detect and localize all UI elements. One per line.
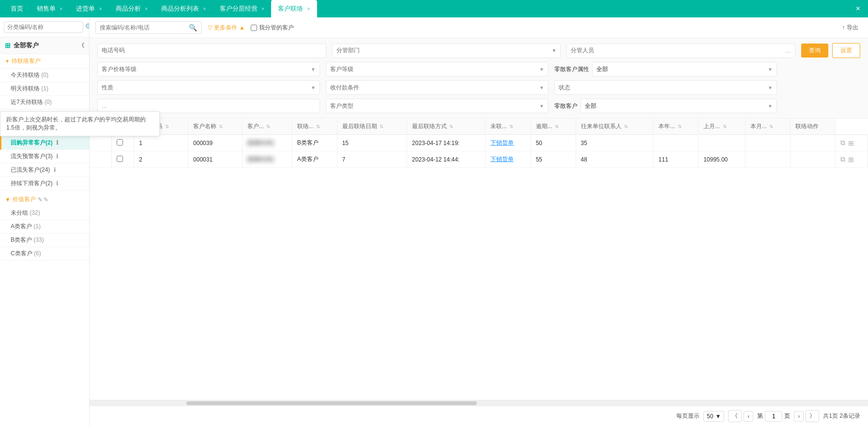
row-method-link[interactable]: 下销货单 xyxy=(490,139,514,146)
col-last-method[interactable]: 最后联络方式 ⇅ xyxy=(407,118,486,135)
col-this-month[interactable]: 本月... ⇅ xyxy=(745,118,790,135)
row-checkbox[interactable] xyxy=(117,139,123,146)
filter-manager[interactable]: 分管人员 … xyxy=(566,44,795,58)
col-type[interactable]: 客户... ⇅ xyxy=(242,118,292,135)
sidebar-item-ungroup[interactable]: 未分组 (32) xyxy=(0,206,89,220)
nav-product-analysis[interactable]: 商品分析 × xyxy=(109,0,154,17)
row-overdue: 35 xyxy=(576,135,654,151)
next-page-button[interactable]: › xyxy=(794,411,804,422)
nav-home[interactable]: 首页 xyxy=(4,0,30,17)
per-page-select[interactable]: 50 ▼ xyxy=(703,411,724,422)
price-level-dropdown-icon: ▼ xyxy=(311,67,316,72)
settings-button[interactable]: 设置 xyxy=(832,43,860,58)
col-year[interactable]: 本年... ⇅ xyxy=(654,118,699,135)
filter-customer-type[interactable]: 客户类型 ▼ xyxy=(326,99,548,113)
all-customers-title[interactable]: ⊞ 全部客户 《 xyxy=(0,37,89,54)
sidebar-item-declining[interactable]: 持续下滑客户(2) ℹ xyxy=(0,177,89,191)
col-contact-person[interactable]: 往来单位联系人 ⇅ xyxy=(576,118,654,135)
col-name[interactable]: 客户名称 ⇅ xyxy=(188,118,243,135)
row-actions-cell: ⧉ ⊞ xyxy=(836,135,868,151)
sidebar-search-input[interactable] xyxy=(4,21,83,33)
sidebar-item-today[interactable]: 今天待联络 (0) xyxy=(0,69,89,82)
row-method-link[interactable]: 下销货单 xyxy=(490,156,514,162)
my-customer-filter[interactable]: 我分管的客户 xyxy=(251,24,294,32)
sidebar-item-7days[interactable]: 近7天待联络 (0) xyxy=(0,96,89,109)
filter-search-input[interactable] xyxy=(100,24,187,31)
sidebar-item-lost-pre[interactable]: 流失预警客户(3) ℹ xyxy=(0,150,89,163)
col-this-month-sort-icon[interactable]: ⇅ xyxy=(769,124,773,129)
col-year-sort-icon[interactable]: ⇅ xyxy=(678,124,682,129)
horizontal-scrollbar[interactable] xyxy=(90,400,868,406)
my-customer-checkbox[interactable] xyxy=(251,25,257,31)
query-button[interactable]: 查询 xyxy=(801,44,828,58)
lost-info-icon: ℹ xyxy=(54,166,56,173)
sidebar-item-a-class[interactable]: A类客户 (1) xyxy=(0,220,89,234)
col-last-method-sort-icon[interactable]: ⇅ xyxy=(449,124,453,129)
filter-payment[interactable]: 收付款条件 ▼ xyxy=(326,80,548,95)
filter-retail-attr: 零散客户属性 全部 ▼ xyxy=(554,62,777,76)
col-contact-person-sort-icon[interactable]: ⇅ xyxy=(624,124,628,129)
row-action-grid-icon[interactable]: ⊞ xyxy=(848,139,854,147)
sidebar-search-button[interactable]: 🔍 xyxy=(85,23,90,31)
col-not-contact[interactable]: 未联... ⇅ xyxy=(485,118,531,135)
nav-product-analysis-list-close[interactable]: × xyxy=(203,0,206,17)
col-overdue-sort-icon[interactable]: ⇅ xyxy=(555,124,559,129)
filter-retail-customer-select[interactable]: 全部 ▼ xyxy=(580,99,777,113)
col-contact-sort-icon[interactable]: ⇅ xyxy=(316,124,320,129)
nav-purchase-close[interactable]: × xyxy=(99,0,102,17)
filter-row-4: … 客户类型 ▼ 零散客户 全部 ▼ xyxy=(97,99,860,113)
sidebar-item-tomorrow[interactable]: 明天待联络 (1) xyxy=(0,82,89,96)
page-number-input[interactable] xyxy=(765,411,782,422)
nav-sales-close[interactable]: × xyxy=(60,0,62,17)
filter-price-level[interactable]: 客户价格等级 ▼ xyxy=(97,62,320,76)
scrollbar-thumb[interactable] xyxy=(186,401,477,405)
filter-status[interactable]: 状态 ▼ xyxy=(554,80,777,95)
nav-purchase[interactable]: 进货单 × xyxy=(69,0,108,17)
pending-group-title[interactable]: ▼ 待联络客户 xyxy=(0,54,89,69)
nav-customer-segment-close[interactable]: × xyxy=(261,0,264,17)
col-not-contact-sort-icon[interactable]: ⇅ xyxy=(509,124,513,129)
sidebar-item-c-class[interactable]: C类客户 (6) xyxy=(0,247,89,261)
col-last-month[interactable]: 上月... ⇅ xyxy=(699,118,746,135)
last-page-button[interactable]: 》 xyxy=(806,410,819,422)
row-action-link-icon[interactable]: ⧉ xyxy=(840,155,845,163)
sidebar-collapse-button[interactable]: 《 xyxy=(78,42,84,50)
filter-payment-label: 收付款条件 xyxy=(330,84,359,92)
col-contact[interactable]: 联络... ⇅ xyxy=(292,118,337,135)
price-group-title[interactable]: ▼ 价值客户 ✎ ✎ xyxy=(0,192,89,206)
prev-page-button[interactable]: ‹ xyxy=(744,411,753,422)
first-page-button[interactable]: 《 xyxy=(728,410,742,422)
row-action-grid-icon[interactable]: ⊞ xyxy=(848,156,854,163)
filter-customer-level[interactable]: 客户等级 ▼ xyxy=(326,62,548,76)
window-close-button[interactable]: × xyxy=(852,4,864,13)
filter-more-button[interactable]: ▽ 更多条件 ▲ xyxy=(208,24,245,32)
filter-search-icon[interactable]: 🔍 xyxy=(189,24,197,31)
col-last-month-sort-icon[interactable]: ⇅ xyxy=(723,124,727,129)
nav-customer-contact[interactable]: 客户联络 × xyxy=(271,0,317,17)
col-last-date[interactable]: 最后联络日期 ⇅ xyxy=(337,118,407,135)
filter-phone[interactable]: 电话号码 xyxy=(97,44,326,58)
nav-product-analysis-list[interactable]: 商品分析列表 × xyxy=(154,0,213,17)
nav-customer-contact-close[interactable]: × xyxy=(307,0,310,17)
filter-nature[interactable]: 性质 ▼ xyxy=(97,80,320,95)
col-overdue[interactable]: 逾期... ⇅ xyxy=(531,118,576,135)
nav-customer-segment[interactable]: 客户分层经营 × xyxy=(213,0,271,17)
col-last-date-sort-icon[interactable]: ⇅ xyxy=(380,124,383,129)
filter-department[interactable]: 分管部门 ▼ xyxy=(332,44,561,58)
nav-sales[interactable]: 销售单 × xyxy=(30,0,69,17)
customer-type-dropdown-icon: ▼ xyxy=(539,103,544,109)
sidebar-item-lost[interactable]: 已流失客户(24) ℹ xyxy=(0,163,89,177)
filter-retail-attr-select[interactable]: 全部 ▼ xyxy=(592,62,777,76)
col-code-sort-icon[interactable]: ⇅ xyxy=(165,124,169,129)
col-name-sort-icon[interactable]: ⇅ xyxy=(219,124,223,129)
col-type-sort-icon[interactable]: ⇅ xyxy=(266,124,270,129)
price-group-edit-icon[interactable]: ✎ xyxy=(38,196,43,203)
sidebar-item-b-class[interactable]: B类客户 (33) xyxy=(0,234,89,247)
price-group-edit2-icon[interactable]: ✎ xyxy=(44,196,48,203)
export-button[interactable]: ↑ 导出 xyxy=(838,22,862,34)
row-checkbox[interactable] xyxy=(117,156,123,162)
nav-product-analysis-close[interactable]: × xyxy=(145,0,148,17)
main-layout: 🔍 ⊞ 全部客户 《 ▼ 待联络客户 今天待联络 (0) 明天待联络 (1) xyxy=(0,17,868,426)
row-action-link-icon[interactable]: ⧉ xyxy=(840,139,845,147)
sidebar-item-repurchase[interactable]: 回购异常客户(2) ℹ xyxy=(0,136,89,150)
